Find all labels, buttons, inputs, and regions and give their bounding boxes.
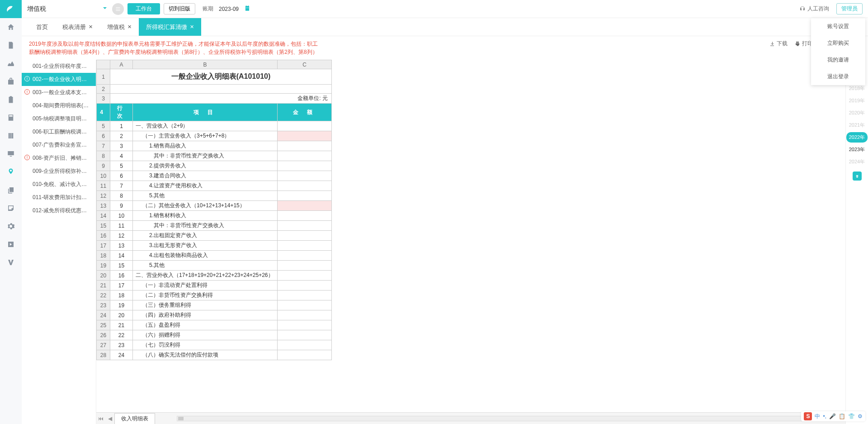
year-item[interactable]: 2020年 [846, 108, 868, 118]
tab[interactable]: 增值税✕ [100, 18, 139, 36]
cell[interactable]: 22 [97, 291, 110, 300]
nav-column-icon[interactable] [0, 127, 22, 145]
form-list-item[interactable]: !003-一般企业成本支出明细... [22, 86, 96, 99]
close-icon[interactable]: ✕ [89, 24, 93, 30]
form-list-item[interactable]: 006-职工薪酬纳税调整明细... [22, 125, 96, 138]
cell[interactable]: 3.建造合同收入 [133, 171, 278, 181]
cell[interactable]: 金 额 [278, 104, 332, 121]
cell[interactable]: 20 [97, 271, 110, 281]
cell[interactable]: 1 [110, 121, 133, 131]
cell[interactable]: 19 [97, 261, 110, 271]
nav-home-icon[interactable] [0, 18, 22, 36]
sheet-title[interactable]: 一般企业收入明细表(A101010) [110, 69, 332, 85]
nav-doc-icon[interactable] [0, 36, 22, 54]
print-button[interactable]: 打印 [795, 40, 813, 48]
cell[interactable]: B [133, 60, 278, 69]
nav-clipboard-icon[interactable] [0, 91, 22, 109]
cell[interactable]: 一、营业收入（2+9） [133, 121, 278, 131]
cell[interactable]: 15 [110, 261, 133, 271]
cell[interactable]: 23 [110, 340, 133, 350]
download-button[interactable]: 下载 [769, 40, 788, 48]
cell[interactable] [278, 171, 332, 181]
form-list-item[interactable]: 007-广告费和业务宣传费跨... [22, 138, 96, 152]
workbench-button[interactable]: 工作台 [127, 3, 160, 14]
cell[interactable]: （三）债务重组利得 [133, 300, 278, 310]
close-icon[interactable]: ✕ [127, 24, 132, 30]
cell[interactable]: 21 [110, 320, 133, 330]
cell[interactable]: 10 [97, 171, 110, 181]
user-menu-item[interactable]: 我的邀请 [811, 52, 865, 68]
cell[interactable]: 5.其他 [133, 191, 278, 201]
cell[interactable] [278, 201, 332, 211]
cell[interactable]: 13 [97, 201, 110, 211]
cell[interactable] [110, 85, 332, 94]
cell[interactable]: 27 [97, 340, 110, 350]
year-item[interactable]: 2021年 [846, 120, 868, 130]
ime-item[interactable]: ⚙ [858, 413, 863, 419]
cell[interactable]: 5 [97, 121, 110, 131]
cell[interactable]: 项 目 [133, 104, 278, 121]
cell[interactable] [278, 231, 332, 241]
admin-button[interactable]: 管理员 [836, 3, 863, 14]
cell[interactable]: （八）确实无法偿付的应付款项 [133, 350, 278, 360]
cell[interactable]: （一）主营业务收入（3+5+6+7+8） [133, 131, 278, 141]
sheet-tab[interactable]: 收入明细表 [114, 413, 155, 424]
cell[interactable]: 其中：非货币性资产交换收入 [133, 151, 278, 161]
cell[interactable] [278, 330, 332, 340]
cell[interactable] [278, 251, 332, 261]
nav-tax-icon[interactable] [0, 163, 22, 181]
nav-bag-icon[interactable] [0, 72, 22, 91]
cell[interactable]: （六）捐赠利得 [133, 330, 278, 340]
cell[interactable]: 9 [110, 201, 133, 211]
cell[interactable] [278, 281, 332, 291]
horizontal-scrollbar[interactable] [177, 416, 833, 421]
sheet-nav-first[interactable]: ⏮ [96, 415, 105, 422]
consult-link[interactable]: 人工咨询 [799, 5, 829, 13]
cell[interactable]: 25 [97, 320, 110, 330]
unit-label[interactable]: 金额单位: 元 [110, 94, 332, 104]
cell[interactable]: 18 [97, 251, 110, 261]
cell[interactable]: 13 [110, 241, 133, 251]
nav-gear-icon[interactable] [0, 217, 22, 235]
cell[interactable]: 行次 [110, 104, 133, 121]
cell[interactable]: 12 [97, 191, 110, 201]
cell[interactable] [278, 151, 332, 161]
cell[interactable] [278, 350, 332, 360]
ime-item[interactable]: 📋 [839, 413, 845, 419]
ime-logo-icon[interactable]: S [804, 412, 812, 420]
cell[interactable]: 17 [110, 281, 133, 291]
cell[interactable] [278, 310, 332, 320]
user-menu-item[interactable]: 退出登录 [811, 68, 865, 85]
year-item[interactable]: 2019年 [846, 95, 868, 106]
form-list-item[interactable]: 011-研发费用加计扣除优惠... [22, 191, 96, 204]
tax-type-dropdown[interactable]: 增值税 [27, 5, 108, 13]
ime-item[interactable]: 👕 [848, 413, 855, 419]
cell[interactable]: 28 [97, 350, 110, 360]
cell[interactable]: 4.出租包装物和商品收入 [133, 251, 278, 261]
cell[interactable] [278, 161, 332, 171]
cell[interactable]: 6 [110, 171, 133, 181]
cell[interactable] [278, 291, 332, 300]
form-list-item[interactable]: 001-企业所得税年度纳税申... [22, 60, 96, 73]
cell[interactable]: 其中：非货币性资产交换收入 [133, 221, 278, 231]
nav-inbox-icon[interactable] [0, 199, 22, 217]
cell[interactable]: 4 [97, 104, 110, 121]
cell[interactable] [278, 300, 332, 310]
year-item[interactable]: 2023年 [846, 144, 868, 155]
cell[interactable]: 3.出租无形资产收入 [133, 241, 278, 251]
nav-calc-icon[interactable] [0, 109, 22, 127]
user-menu-item[interactable]: 立即购买 [811, 35, 865, 52]
cell[interactable] [278, 261, 332, 271]
cell[interactable] [278, 191, 332, 201]
cell[interactable]: 22 [110, 330, 133, 340]
form-list-item[interactable]: !002-一般企业收入明细表(A1... [22, 73, 96, 86]
cell[interactable]: 12 [110, 231, 133, 241]
year-item[interactable]: 2024年 [846, 157, 868, 167]
cell[interactable]: （二）其他业务收入（10+12+13+14+15） [133, 201, 278, 211]
user-menu-item[interactable]: 账号设置 [811, 18, 865, 35]
cell[interactable] [278, 181, 332, 191]
ime-item[interactable]: •, [823, 413, 826, 419]
tab[interactable]: 税表清册✕ [55, 18, 100, 36]
calendar-icon[interactable] [244, 5, 250, 13]
cell[interactable]: 10 [110, 211, 133, 221]
